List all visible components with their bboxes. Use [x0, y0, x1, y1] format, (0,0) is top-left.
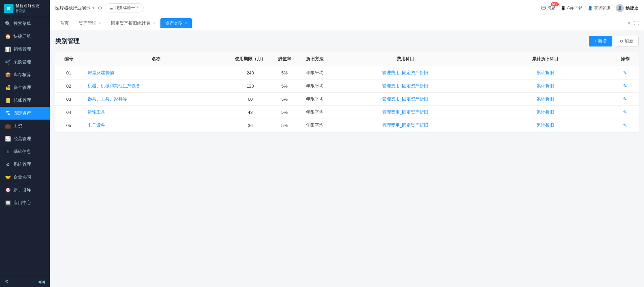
- experience-button[interactable]: ☁ 我要体验一下: [105, 3, 144, 12]
- sidebar-item-payroll[interactable]: 💼 工资: [0, 120, 50, 132]
- tabbar: 首页 资产管理 × 固定资产折旧统计表 × 资产类型 × ✕ ⛶: [50, 16, 644, 30]
- module-name: 医疗器械行业演示: [55, 5, 90, 11]
- main-area: 医疗器械行业演示 ▼ ⚙ ☁ 我要体验一下 💬 消息 99+ 📱 App下载 👤…: [50, 0, 644, 287]
- sidebar-item-sales[interactable]: 📊 销售管理: [0, 43, 50, 56]
- col-header-method: 折旧方法: [298, 52, 332, 66]
- table-row: 01 房屋及建筑物 240 5% 年限平均 管理费用_固定资产折旧 累计折旧 ✎: [55, 66, 639, 79]
- sidebar-item-app-center[interactable]: 🔲 应用中心: [0, 196, 50, 209]
- sidebar-item-ledger[interactable]: 📒 总账管理: [0, 94, 50, 107]
- tab-asset-mgmt-close[interactable]: ×: [99, 21, 101, 25]
- cell-code-0: 01: [55, 66, 82, 79]
- cell-accumulated-3[interactable]: 累计折旧: [479, 106, 612, 119]
- cell-name-1[interactable]: 机器、机械和其他生产设备: [82, 79, 229, 93]
- cell-accumulated-1[interactable]: 累计折旧: [479, 79, 612, 93]
- sidebar-item-fixed-assets[interactable]: 🏗 固定资产: [0, 107, 50, 120]
- cell-name-0[interactable]: 房屋及建筑物: [82, 66, 229, 79]
- user-area[interactable]: 👤 畅捷通: [616, 4, 639, 12]
- sidebar-label-app-center: 应用中心: [13, 200, 31, 206]
- sidebar-icon-sales: 📊: [5, 46, 11, 52]
- sidebar-label-guide: 新手引导: [13, 187, 31, 193]
- edit-icon-4[interactable]: ✎: [623, 123, 627, 128]
- edit-icon-2[interactable]: ✎: [623, 96, 627, 102]
- gear-icon[interactable]: ⚙: [98, 5, 102, 11]
- sidebar-label-fixed-assets: 固定资产: [13, 110, 31, 116]
- topbar-right: 💬 消息 99+ 📱 App下载 👤 在线客服 👤 畅捷通: [541, 4, 639, 12]
- sidebar-icon-operations: 📈: [5, 136, 11, 142]
- cell-expense-2[interactable]: 管理费用_固定资产折旧: [332, 93, 479, 106]
- sidebar-icon-payroll: 💼: [5, 123, 11, 129]
- sidebar-item-system[interactable]: ⚙ 系统管理: [0, 158, 50, 171]
- cell-action-4: ✎: [612, 119, 639, 132]
- col-header-name: 名称: [82, 52, 229, 66]
- experience-label: 我要体验一下: [115, 5, 139, 11]
- cell-expense-0[interactable]: 管理费用_固定资产折旧: [332, 66, 479, 79]
- sidebar-item-inventory[interactable]: 📦 库存核算: [0, 68, 50, 81]
- tab-home[interactable]: 首页: [55, 18, 73, 28]
- app-download-button[interactable]: 📱 App下载: [561, 5, 582, 11]
- cell-accumulated-0[interactable]: 累计折旧: [479, 66, 612, 79]
- col-header-expense: 费用科目: [332, 52, 479, 66]
- settings-icon[interactable]: ⚙: [5, 279, 9, 284]
- tab-asset-type[interactable]: 资产类型 ×: [160, 18, 192, 28]
- sidebar-label-search: 搜索菜单: [13, 21, 31, 27]
- online-service-button[interactable]: 👤 在线客服: [588, 5, 610, 11]
- cell-residual-1: 5%: [271, 79, 298, 93]
- table-row: 05 电子设备 36 5% 年限平均 管理费用_固定资产折旧 累计折旧 ✎: [55, 119, 639, 132]
- tab-depreciation-close[interactable]: ×: [153, 21, 155, 25]
- sidebar-icon-inventory: 📦: [5, 72, 11, 78]
- tab-asset-type-close[interactable]: ×: [185, 21, 187, 25]
- sidebar-item-purchase[interactable]: 🛒 采购管理: [0, 56, 50, 68]
- sidebar-label-payroll: 工资: [13, 123, 22, 129]
- message-badge: 99+: [551, 2, 558, 6]
- cell-expense-1[interactable]: 管理费用_固定资产折旧: [332, 79, 479, 93]
- sidebar-item-quick-nav[interactable]: 🏠 快捷导航: [0, 30, 50, 43]
- sidebar-label-capital: 资金管理: [13, 85, 31, 91]
- sidebar-label-operations: 经营管理: [13, 136, 31, 142]
- sidebar-icon-enterprise: 🤝: [5, 174, 11, 180]
- cell-name-3[interactable]: 运输工具: [82, 106, 229, 119]
- sidebar-footer: ⚙ ◀◀: [0, 276, 50, 287]
- cell-method-0: 年限平均: [298, 66, 332, 79]
- sidebar-item-capital[interactable]: 💰 资金管理: [0, 81, 50, 94]
- collapse-icon[interactable]: ◀◀: [38, 279, 45, 284]
- cell-name-2[interactable]: 器具、工具、家具等: [82, 93, 229, 106]
- sidebar-icon-search: 🔍: [5, 21, 11, 27]
- edit-icon-0[interactable]: ✎: [623, 70, 627, 75]
- sidebar-item-guide[interactable]: 🎯 新手引导: [0, 184, 50, 196]
- cell-expense-3[interactable]: 管理费用_固定资产折旧: [332, 106, 479, 119]
- tab-depreciation[interactable]: 固定资产折旧统计表 ×: [106, 18, 159, 28]
- table-header-row: 编号 名称 使用期限（月） 残值率 折旧方法 费用科目 累计折旧科目 操作: [55, 52, 639, 66]
- sidebar-logo: 财 畅捷通好业财 普及版: [0, 0, 50, 17]
- refresh-button[interactable]: ↻ 刷新: [615, 36, 639, 46]
- restore-tab-icon[interactable]: ⛶: [634, 21, 639, 26]
- edit-icon-3[interactable]: ✎: [623, 109, 627, 115]
- edit-icon-1[interactable]: ✎: [623, 83, 627, 89]
- module-selector[interactable]: 医疗器械行业演示 ▼: [55, 5, 95, 11]
- cell-action-2: ✎: [612, 93, 639, 106]
- category-table: 编号 名称 使用期限（月） 残值率 折旧方法 费用科目 累计折旧科目 操作 01…: [55, 52, 639, 132]
- cell-code-3: 04: [55, 106, 82, 119]
- close-tab-icon[interactable]: ✕: [627, 21, 631, 26]
- cloud-icon: ☁: [109, 6, 113, 10]
- sidebar-item-search[interactable]: 🔍 搜索菜单: [0, 17, 50, 30]
- logo-icon: 财: [4, 4, 13, 13]
- table-row: 04 运输工具 48 5% 年限平均 管理费用_固定资产折旧 累计折旧 ✎: [55, 106, 639, 119]
- cell-action-0: ✎: [612, 66, 639, 79]
- new-button[interactable]: + 新增: [589, 36, 612, 46]
- col-header-residual: 残值率: [271, 52, 298, 66]
- cell-action-1: ✎: [612, 79, 639, 93]
- logo-sub: 普及版: [16, 9, 40, 13]
- cell-method-1: 年限平均: [298, 79, 332, 93]
- sidebar-item-operations[interactable]: 📈 经营管理: [0, 132, 50, 145]
- cell-expense-4[interactable]: 管理费用_固定资产折旧: [332, 119, 479, 132]
- sidebar-icon-fixed-assets: 🏗: [5, 110, 11, 116]
- dropdown-arrow-icon: ▼: [92, 6, 95, 10]
- cell-accumulated-2[interactable]: 累计折旧: [479, 93, 612, 106]
- cell-accumulated-4[interactable]: 累计折旧: [479, 119, 612, 132]
- sidebar-item-enterprise[interactable]: 🤝 企业协同: [0, 171, 50, 184]
- sidebar-item-base-info[interactable]: ℹ 基础信息: [0, 145, 50, 158]
- message-button[interactable]: 💬 消息 99+: [541, 5, 555, 11]
- cell-name-4[interactable]: 电子设备: [82, 119, 229, 132]
- table-container: 编号 名称 使用期限（月） 残值率 折旧方法 费用科目 累计折旧科目 操作 01…: [55, 52, 639, 132]
- tab-asset-mgmt[interactable]: 资产管理 ×: [74, 18, 105, 28]
